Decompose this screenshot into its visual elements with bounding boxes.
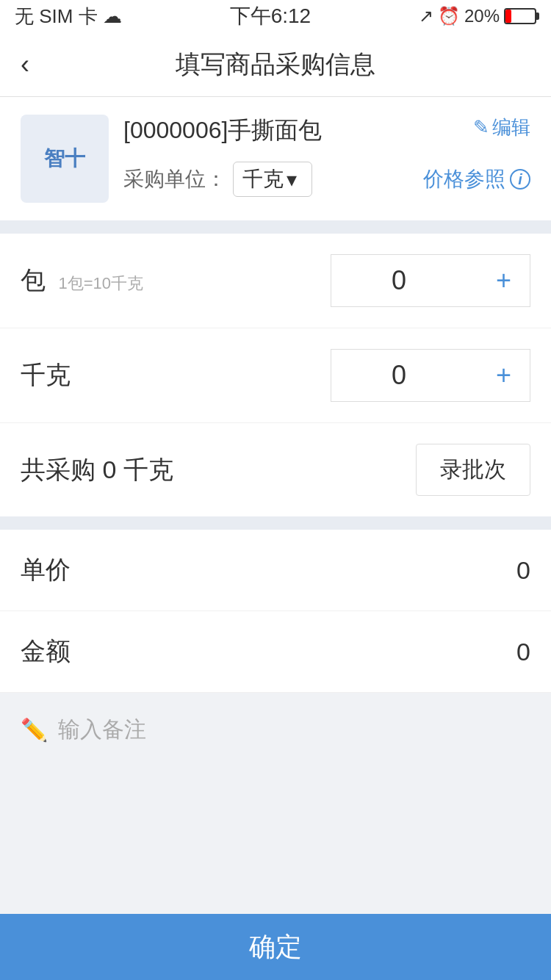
nav-bar: ‹ 填写商品采购信息 <box>0 32 551 97</box>
divider-1 <box>0 220 551 234</box>
edit-icon: ✎ <box>473 116 489 139</box>
unit-price-row: 单价 0 <box>0 530 551 611</box>
chevron-down-icon: ▾ <box>287 167 297 192</box>
unit-label: 采购单位： <box>123 167 226 190</box>
product-card: 智十 [0000006]手撕面包 ✎ 编辑 采购单位： 千克 ▾ <box>0 97 551 220</box>
status-bar: 无 SIM 卡 ☁ 下午6:12 ↗ ⏰ 20% <box>0 0 551 32</box>
confirm-button[interactable]: 确定 <box>0 914 551 980</box>
unit-container: 采购单位： 千克 ▾ <box>123 162 312 197</box>
product-unit-row: 采购单位： 千克 ▾ 价格参照 i <box>123 162 530 197</box>
summary-row: 共采购 0 千克 录批次 <box>0 423 551 516</box>
kilogram-input[interactable] <box>331 349 478 402</box>
status-time: 下午6:12 <box>230 2 311 30</box>
edit-button[interactable]: ✎ 编辑 <box>473 115 530 140</box>
kilogram-input-wrap: + <box>331 349 530 402</box>
product-header: [0000006]手撕面包 ✎ 编辑 <box>123 115 530 147</box>
kilogram-label: 千克 <box>21 359 331 392</box>
content: 智十 [0000006]手撕面包 ✎ 编辑 采购单位： 千克 ▾ <box>0 97 551 913</box>
navigation-icon: ↗ <box>419 6 433 26</box>
bao-sublabel: 1包=10千克 <box>58 274 143 292</box>
amount-value: 0 <box>516 638 530 666</box>
unit-value: 千克 <box>242 165 284 193</box>
info-icon: i <box>510 169 530 190</box>
amount-label: 金额 <box>21 635 71 669</box>
note-section[interactable]: ✏️ 输入备注 <box>0 693 551 766</box>
record-batch-button[interactable]: 录批次 <box>416 444 530 496</box>
summary-text: 共采购 0 千克 <box>21 453 173 487</box>
alarm-icon: ⏰ <box>438 6 460 26</box>
product-info: [0000006]手撕面包 ✎ 编辑 采购单位： 千克 ▾ 价格参照 i <box>123 115 530 197</box>
price-ref-button[interactable]: 价格参照 i <box>423 165 530 193</box>
confirm-label: 确定 <box>249 929 302 965</box>
page-title: 填写商品采购信息 <box>176 48 375 82</box>
battery-icon <box>504 8 536 24</box>
bao-input-row: 包 1包=10千克 + <box>0 234 551 328</box>
edit-label: 编辑 <box>492 115 530 140</box>
unit-select[interactable]: 千克 ▾ <box>233 162 312 197</box>
battery-fill <box>505 10 511 23</box>
bao-input-wrap: + <box>331 254 530 307</box>
sim-label: 无 SIM 卡 ☁ <box>15 4 122 29</box>
input-section: 包 1包=10千克 + 千克 + <box>0 234 551 423</box>
product-name: [0000006]手撕面包 <box>123 115 473 147</box>
bao-plus-button[interactable]: + <box>478 254 530 307</box>
price-section: 单价 0 金额 0 <box>0 530 551 693</box>
back-button[interactable]: ‹ <box>21 49 29 80</box>
kilogram-plus-button[interactable]: + <box>478 349 530 402</box>
kilogram-input-row: 千克 + <box>0 328 551 423</box>
unit-price-label: 单价 <box>21 553 71 587</box>
amount-row: 金额 0 <box>0 611 551 693</box>
bao-label: 包 1包=10千克 <box>21 264 331 298</box>
unit-price-value: 0 <box>516 556 530 585</box>
divider-2 <box>0 516 551 530</box>
pencil-icon: ✏️ <box>21 717 48 743</box>
price-ref-label: 价格参照 <box>423 165 505 193</box>
note-placeholder: 输入备注 <box>58 715 146 745</box>
product-image: 智十 <box>21 115 109 203</box>
bao-input[interactable] <box>331 254 478 307</box>
product-image-text: 智十 <box>44 145 85 173</box>
status-right: ↗ ⏰ 20% <box>419 6 536 26</box>
status-left: 无 SIM 卡 ☁ <box>15 4 122 29</box>
battery-percent: 20% <box>464 6 500 26</box>
bottom-space <box>0 766 551 913</box>
